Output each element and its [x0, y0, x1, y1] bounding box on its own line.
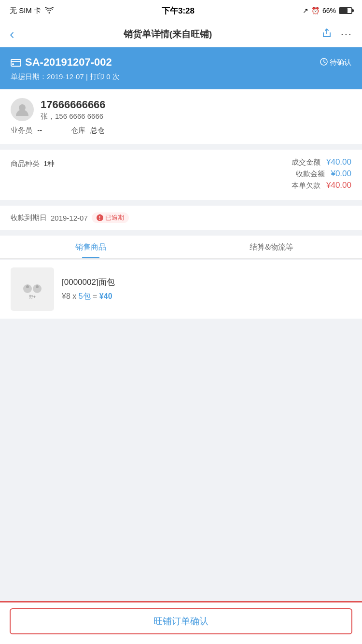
svg-point-7 — [36, 285, 39, 288]
tab-sales-products[interactable]: 销售商品 — [0, 236, 181, 258]
order-header: SA-20191207-002 待确认 单据日期：2019-12-07 | 打印… — [0, 47, 362, 89]
customer-phone: 17666666666 — [41, 98, 106, 111]
customer-info: 17666666666 张，156 6666 6666 — [41, 98, 106, 121]
customer-card: 17666666666 张，156 6666 6666 业务员 -- 仓库 总仓 — [0, 89, 362, 144]
avatar — [11, 98, 34, 121]
product-price: ¥8 x 5包 = ¥40 — [62, 292, 351, 302]
status-left: 无 SIM 卡 — [10, 6, 54, 15]
stats-card: 商品种类 1种 成交金额 ¥40.00 收款金额 ¥0.00 本单欠款 ¥40.… — [0, 150, 362, 200]
svg-point-5 — [26, 285, 29, 288]
due-date-card: 收款到期日 2019-12-07 ! 已逾期 — [0, 206, 362, 230]
svg-text:野+: 野+ — [29, 294, 36, 299]
confirm-order-button[interactable]: 旺铺订单确认 — [10, 608, 352, 634]
received-row: 收款金额 ¥0.00 — [292, 169, 351, 179]
carrier-text: 无 SIM 卡 — [10, 6, 41, 15]
battery-icon — [339, 7, 352, 14]
product-info: [0000002]面包 ¥8 x 5包 = ¥40 — [62, 277, 351, 302]
status-bar: 无 SIM 卡 下午3:28 ↗ ⏰ 66% — [0, 0, 362, 21]
status-right: ↗ ⏰ 66% — [303, 7, 352, 14]
overdue-badge: ! 已逾期 — [92, 212, 129, 223]
amount-info: 成交金额 ¥40.00 收款金额 ¥0.00 本单欠款 ¥40.00 — [292, 157, 351, 192]
svg-point-1 — [12, 63, 14, 65]
owing-row: 本单欠款 ¥40.00 — [292, 181, 351, 190]
customer-name: 张，156 6666 6666 — [41, 112, 106, 121]
product-type-info: 商品种类 1种 — [11, 157, 55, 168]
product-name: [0000002]面包 — [62, 277, 351, 288]
status-time: 下午3:28 — [162, 5, 195, 16]
more-button[interactable]: ··· — [341, 28, 352, 41]
order-date: 单据日期：2019-12-07 | 打印 0 次 — [11, 72, 351, 82]
content-area — [0, 319, 362, 454]
alarm-icon: ⏰ — [311, 7, 320, 14]
customer-meta: 业务员 -- 仓库 总仓 — [11, 126, 351, 135]
tabs-bar: 销售商品 结算&物流等 — [0, 236, 362, 259]
order-number: SA-20191207-002 — [11, 56, 112, 69]
nav-actions: ··· — [321, 28, 352, 41]
product-card: 野+ [0000002]面包 ¥8 x 5包 = ¥40 — [0, 260, 362, 319]
tab-settlement[interactable]: 结算&物流等 — [181, 236, 362, 258]
wifi-icon — [45, 7, 54, 15]
share-button[interactable] — [321, 28, 331, 40]
salesperson-info: 业务员 -- — [11, 126, 42, 135]
warehouse-info: 仓库 总仓 — [71, 126, 105, 135]
overdue-icon: ! — [97, 214, 103, 221]
amount-row: 成交金额 ¥40.00 — [292, 157, 351, 167]
battery-text: 66% — [322, 7, 336, 14]
clock-icon — [320, 58, 328, 67]
location-icon: ↗ — [303, 7, 308, 14]
product-thumbnail: 野+ — [11, 267, 54, 311]
due-date-value: 2019-12-07 — [51, 214, 88, 222]
due-date-label: 收款到期日 — [11, 213, 47, 223]
bottom-bar: 旺铺订单确认 — [0, 601, 362, 644]
nav-bar: ‹ 销货单详情(来自旺铺) ··· — [0, 21, 362, 47]
page-title: 销货单详情(来自旺铺) — [124, 28, 212, 41]
overdue-text: 已逾期 — [105, 213, 124, 222]
back-button[interactable]: ‹ — [10, 28, 14, 41]
svg-rect-0 — [11, 59, 21, 66]
order-status: 待确认 — [320, 58, 351, 67]
